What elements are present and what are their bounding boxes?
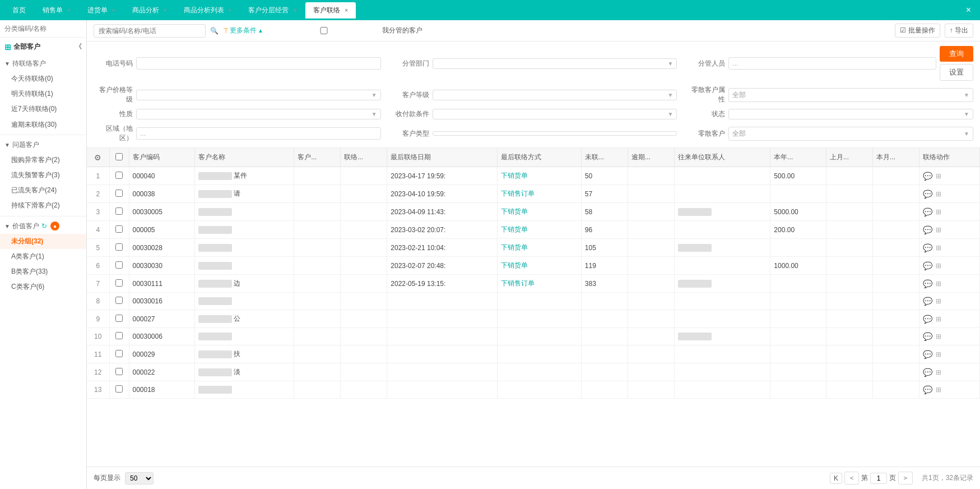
nav-sales-close[interactable]: × — [67, 7, 71, 13]
nav-analysis-list[interactable]: 商品分析列表 × — [176, 2, 240, 19]
comment-icon[interactable]: 💬 — [923, 190, 932, 199]
last-method-link[interactable]: 下销售订单 — [501, 190, 535, 197]
comment-icon[interactable]: 💬 — [923, 368, 932, 377]
sidebar-search-input[interactable] — [4, 25, 87, 33]
sidebar-group-problem[interactable]: ▼ 问题客户 — [0, 137, 86, 153]
sidebar-collapse-btn[interactable]: 《 — [75, 42, 82, 52]
sidebar-item-7days[interactable]: 近7天待联络(0) — [0, 102, 86, 117]
area-select[interactable]: ... — [136, 127, 381, 140]
refresh-icon[interactable]: ↻ — [41, 222, 47, 230]
nav-customer-contact[interactable]: 客户联络 × — [305, 2, 356, 19]
sidebar-item-a-class[interactable]: A类客户(1) — [0, 249, 86, 264]
sidebar-item-churned[interactable]: 已流失客户(24) — [0, 183, 86, 198]
row-checkbox[interactable] — [115, 368, 123, 375]
payment-select[interactable]: ▼ — [433, 109, 677, 119]
row-checkbox[interactable] — [115, 385, 123, 393]
row-checkbox[interactable] — [115, 207, 123, 215]
sidebar-item-declining[interactable]: 持续下滑客户(2) — [0, 198, 86, 213]
customer-level-select[interactable]: ▼ — [433, 90, 677, 100]
sidebar-item-churn-warning[interactable]: 流失预警客户(3) — [0, 168, 86, 183]
nav-customer-mgmt-close[interactable]: × — [293, 7, 296, 13]
row-checkbox[interactable] — [115, 279, 123, 287]
my-customers-checkbox[interactable] — [268, 27, 380, 34]
last-method-link[interactable]: 下销货单 — [501, 207, 528, 215]
last-method-link[interactable]: 下销货单 — [501, 172, 528, 179]
property-select[interactable]: ▼ — [136, 109, 381, 119]
nav-home[interactable]: 首页 — [4, 2, 34, 19]
grid-icon[interactable]: ⊞ — [936, 368, 941, 376]
window-close-icon[interactable]: × — [962, 5, 976, 15]
row-checkbox[interactable] — [115, 225, 123, 233]
grid-icon[interactable]: ⊞ — [936, 262, 941, 270]
sidebar-group-waiting[interactable]: ▼ 待联络客户 — [0, 56, 86, 71]
grid-icon[interactable]: ⊞ — [936, 208, 941, 216]
comment-icon[interactable]: 💬 — [923, 172, 932, 181]
settings-icon[interactable]: ⚙ — [94, 153, 101, 162]
grid-icon[interactable]: ⊞ — [936, 386, 941, 394]
person-select[interactable]: ... — [728, 57, 936, 70]
last-method-link[interactable]: 下销货单 — [501, 261, 528, 269]
page-size-select[interactable]: 50 100 200 — [125, 472, 154, 485]
sidebar-item-today[interactable]: 今天待联络(0) — [0, 71, 86, 86]
grid-icon[interactable]: ⊞ — [936, 315, 941, 323]
nav-customer-contact-close[interactable]: × — [345, 7, 348, 13]
comment-icon[interactable]: 💬 — [923, 350, 932, 359]
search-icon[interactable]: 🔍 — [210, 27, 219, 35]
row-checkbox[interactable] — [115, 243, 123, 251]
retail-attr-select[interactable]: 全部 ▼ — [728, 88, 973, 102]
sidebar-item-b-class[interactable]: B类客户(33) — [0, 264, 86, 279]
row-checkbox[interactable] — [115, 297, 123, 304]
select-all-checkbox[interactable] — [115, 153, 123, 160]
sidebar-item-hoarding[interactable]: 囤购异常客户(2) — [0, 153, 86, 168]
grid-icon[interactable]: ⊞ — [936, 280, 941, 288]
grid-icon[interactable]: ⊞ — [936, 172, 941, 180]
nav-sales[interactable]: 销售单 × — [35, 2, 78, 19]
last-method-link[interactable]: 下销售订单 — [501, 279, 535, 287]
nav-purchase-close[interactable]: × — [112, 7, 115, 13]
last-method-link[interactable]: 下销货单 — [501, 225, 528, 233]
retail-select[interactable]: 全部 ▼ — [728, 127, 973, 141]
row-checkbox[interactable] — [115, 190, 123, 197]
search-input[interactable] — [94, 24, 206, 38]
next-page-btn[interactable]: ＞ — [898, 472, 913, 485]
nav-analysis-close[interactable]: × — [164, 7, 167, 13]
grid-icon[interactable]: ⊞ — [936, 297, 941, 305]
th-settings[interactable]: ⚙ — [87, 148, 109, 167]
price-level-select[interactable]: ▼ — [136, 90, 381, 100]
comment-icon[interactable]: 💬 — [923, 243, 932, 252]
dept-select[interactable]: ▼ — [433, 58, 677, 69]
grid-icon[interactable]: ⊞ — [936, 244, 941, 252]
export-btn[interactable]: ↑ 导出 — [945, 24, 973, 38]
row-checkbox[interactable] — [115, 332, 123, 339]
sidebar-item-tomorrow[interactable]: 明天待联络(1) — [0, 86, 86, 102]
comment-icon[interactable]: 💬 — [923, 315, 932, 324]
grid-icon[interactable]: ⊞ — [936, 226, 941, 234]
comment-icon[interactable]: 💬 — [923, 261, 932, 270]
comment-icon[interactable]: 💬 — [923, 279, 932, 288]
sidebar-item-overdue[interactable]: 逾期未联络(30) — [0, 117, 86, 132]
my-customers-checkbox-label[interactable]: 我分管的客户 — [268, 26, 422, 35]
all-customers-header[interactable]: ⊞ 全部客户 《 — [0, 38, 86, 56]
comment-icon[interactable]: 💬 — [923, 332, 932, 341]
sidebar-group-value[interactable]: ▼ 价值客户 ↻ ● — [0, 219, 86, 234]
status-select[interactable]: ▼ — [728, 109, 973, 119]
first-page-btn[interactable]: K — [830, 473, 842, 484]
query-btn[interactable]: 查询 — [940, 46, 973, 62]
row-checkbox[interactable] — [115, 315, 123, 322]
reset-btn[interactable]: 设置 — [940, 64, 973, 81]
phone-input[interactable] — [136, 57, 381, 70]
row-checkbox[interactable] — [115, 350, 123, 357]
comment-icon[interactable]: 💬 — [923, 297, 932, 306]
batch-op-btn[interactable]: ☑ 批量操作 — [895, 24, 940, 38]
comment-icon[interactable]: 💬 — [923, 385, 932, 394]
prev-page-btn[interactable]: ＜ — [844, 472, 859, 485]
customer-type-select[interactable] — [433, 131, 677, 136]
sidebar-item-unclassified[interactable]: 未分组(32) — [0, 234, 86, 249]
sidebar-item-c-class[interactable]: C类客户(6) — [0, 279, 86, 294]
grid-icon[interactable]: ⊞ — [936, 333, 941, 340]
nav-analysis[interactable]: 商品分析 × — [124, 2, 175, 19]
comment-icon[interactable]: 💬 — [923, 225, 932, 234]
grid-icon[interactable]: ⊞ — [936, 190, 941, 198]
more-conditions-btn[interactable]: ⊤ 更多条件 ▲ — [223, 26, 263, 35]
nav-purchase[interactable]: 进货单 × — [80, 2, 123, 19]
